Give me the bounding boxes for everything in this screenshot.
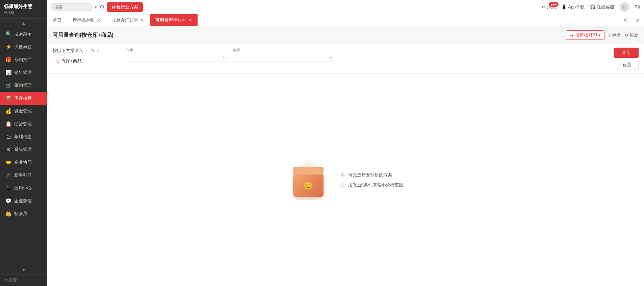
sidebar-item-label: 企业协同 bbox=[14, 159, 32, 165]
sidebar-item-marketing[interactable]: 🎁 营销推广 bbox=[0, 53, 47, 66]
sidebar-brand: 畅康通好生意 bbox=[4, 3, 43, 9]
empty-illustration: 😊 bbox=[288, 160, 329, 200]
sidebar-item-label: 应用中心 bbox=[14, 185, 32, 191]
sidebar-item-enterprise[interactable]: 🤝 企业协同 bbox=[0, 156, 47, 169]
gift-icon: 🎁 bbox=[5, 57, 11, 63]
sidebar-header: 畅康通好生意 标准版 bbox=[0, 0, 47, 19]
filter-settings-btn[interactable]: 设置 bbox=[616, 60, 639, 70]
warehouse-input[interactable] bbox=[126, 55, 222, 60]
sidebar-item-inventory[interactable]: 📦 库存核算 bbox=[0, 92, 47, 105]
page-content: 可用量查询(按仓库+商品) 🖨 按模板打印 ▾ ↑ 导出 ↺ 刷新 bbox=[47, 26, 644, 286]
sidebar-item-label: 基础信息 bbox=[14, 134, 32, 140]
sidebar-item-label: 采购管理 bbox=[14, 82, 32, 88]
finance-icon: 💰 bbox=[5, 108, 11, 114]
message-btn[interactable]: ✉ 消息 99+ bbox=[542, 4, 556, 10]
export-label: 导出 bbox=[612, 32, 621, 38]
refresh-btn[interactable]: ↺ 刷新 bbox=[625, 32, 639, 38]
tab-close-icon[interactable]: ✕ bbox=[140, 18, 144, 23]
sidebar-item-search[interactable]: 🔍 搜索菜单 bbox=[0, 28, 47, 41]
filter-field-product: 商品 ··· bbox=[232, 48, 334, 61]
product-more-btn[interactable]: ··· bbox=[330, 54, 334, 60]
sidebar-item-label: 快捷导航 bbox=[14, 44, 32, 50]
sidebar: 畅康通好生意 标准版 ▲ 🔍 搜索菜单 ⚡ 快捷导航 🎁 营销推广 📊 销售管理… bbox=[0, 0, 47, 286]
chevron-down-icon: ▾ bbox=[598, 33, 601, 38]
page-header: 可用量查询(按仓库+商品) 🖨 按模板打印 ▾ ↑ 导出 ↺ 刷新 bbox=[47, 26, 644, 44]
product-field-label: 商品 bbox=[232, 48, 334, 53]
tab-home[interactable]: 首页 bbox=[47, 14, 67, 26]
window-expand-btn[interactable]: ⤢ bbox=[632, 14, 644, 26]
sidebar-item-operation[interactable]: 📋 经营管理 bbox=[0, 118, 47, 130]
top-header: ▾ ⚙ 体验行业方案 ✉ 消息 99+ 📱 App下载 🎧 在线客服 R Rit bbox=[47, 0, 644, 14]
sidebar-item-label: 企业微信 bbox=[14, 198, 32, 204]
collapse-btn[interactable]: « bbox=[96, 48, 99, 53]
sidebar-item-finance[interactable]: 💰 资金管理 bbox=[0, 105, 47, 118]
sidebar-item-label: 系统管理 bbox=[14, 147, 32, 153]
sidebar-item-sales[interactable]: 📊 销售管理 bbox=[0, 66, 47, 79]
filter-row: 仓库 ··· 商品 ··· bbox=[126, 48, 608, 61]
gear-icon[interactable]: ⚙ bbox=[100, 4, 104, 10]
inventory-icon: 📦 bbox=[5, 95, 11, 101]
online-service-btn[interactable]: 🎧 在线客服 bbox=[590, 4, 614, 10]
scheme-label: 仓库+商品 bbox=[61, 58, 82, 64]
tab-batch-ledger[interactable]: 库存批次账 ✕ bbox=[67, 14, 106, 26]
refresh-label: 刷新 bbox=[630, 32, 639, 38]
app-download-btn[interactable]: 📱 App下载 bbox=[561, 4, 585, 10]
filter-fields: 仓库 ··· 商品 ··· bbox=[120, 48, 614, 61]
empty-tip-1: 1 请先选择要分析的方案 bbox=[339, 172, 403, 178]
empty-state: 😊 1 请先选择要分析的方案 2 用[过滤]条件来缩小分析范围 bbox=[47, 74, 644, 286]
search-icon: 🔍 bbox=[5, 31, 11, 37]
scheme-item-warehouse-product[interactable]: ◎ 仓库+商品 bbox=[53, 56, 116, 66]
search-input[interactable] bbox=[51, 3, 92, 11]
basic-icon: 🗂 bbox=[5, 134, 11, 140]
tip-num-1: 1 bbox=[339, 172, 345, 178]
tab-close-icon[interactable]: ✕ bbox=[97, 18, 101, 23]
template-print-btn[interactable]: 🖨 按模板打印 ▾ bbox=[566, 30, 604, 40]
warehouse-more-btn[interactable]: ··· bbox=[223, 54, 227, 60]
window-close-btn[interactable]: ✕ bbox=[619, 14, 632, 26]
sidebar-item-shortcut[interactable]: ⚡ 快捷导航 bbox=[0, 41, 47, 53]
tab-close-icon[interactable]: ✕ bbox=[188, 18, 192, 23]
page-header-actions: 🖨 按模板打印 ▾ ↑ 导出 ↺ 刷新 bbox=[566, 30, 639, 40]
guide-icon: 🎓 bbox=[5, 172, 11, 178]
scheme-settings-btn[interactable]: ⊙ bbox=[90, 48, 94, 53]
system-icon: ⚙ bbox=[5, 147, 11, 153]
sidebar-scroll-down[interactable]: ▼ bbox=[0, 265, 47, 275]
member-icon: 👑 bbox=[5, 211, 11, 217]
message-icon: ✉ bbox=[542, 4, 546, 9]
export-btn[interactable]: ↑ 导出 bbox=[609, 32, 621, 38]
product-field-input-wrapper: ··· bbox=[232, 54, 334, 61]
product-input[interactable] bbox=[232, 55, 328, 60]
sidebar-item-label: 库存核算 bbox=[14, 95, 32, 101]
filter-scheme-section: 按以下方案查询 + ⊙ « ◎ 仓库+商品 bbox=[53, 48, 120, 66]
sidebar-item-basic[interactable]: 🗂 基础信息 bbox=[0, 130, 47, 143]
shortcut-icon: ⚡ bbox=[5, 44, 11, 50]
sidebar-settings[interactable]: ⚙ 设置 bbox=[0, 275, 47, 286]
add-scheme-btn[interactable]: + bbox=[85, 48, 88, 53]
sidebar-item-system[interactable]: ⚙ 系统管理 bbox=[0, 143, 47, 156]
sidebar-scroll-up[interactable]: ▲ bbox=[0, 19, 47, 28]
print-icon: 🖨 bbox=[569, 33, 574, 38]
username[interactable]: Rit bbox=[635, 4, 640, 9]
tab-label: 收发存汇总表 bbox=[112, 17, 138, 23]
industry-btn[interactable]: 体验行业方案 bbox=[107, 2, 143, 12]
empty-tips: 1 请先选择要分析的方案 2 用[过滤]条件来缩小分析范围 bbox=[339, 172, 403, 188]
sidebar-item-appstore[interactable]: 📱 应用中心 bbox=[0, 182, 47, 194]
sidebar-item-wechat[interactable]: 💬 企业微信 bbox=[0, 194, 47, 207]
empty-tip-2: 2 用[过滤]条件来缩小分析范围 bbox=[339, 182, 403, 188]
warehouse-field-input-wrapper: ··· bbox=[126, 54, 227, 61]
breadcrumb-chevron-icon[interactable]: ▾ bbox=[95, 4, 97, 10]
headset-icon: 🎧 bbox=[590, 4, 595, 9]
tab-available-ledger[interactable]: 可用量库存账本 ✕ bbox=[150, 14, 198, 26]
sidebar-item-member[interactable]: 👑 畅会员 bbox=[0, 207, 47, 220]
purchase-icon: 🛒 bbox=[5, 82, 11, 88]
sidebar-item-purchase[interactable]: 🛒 采购管理 bbox=[0, 79, 47, 92]
tip-num-2: 2 bbox=[339, 182, 345, 188]
tab-receive-summary[interactable]: 收发存汇总表 ✕ bbox=[106, 14, 150, 26]
tip-text-2: 用[过滤]条件来缩小分析范围 bbox=[348, 182, 403, 188]
main-area: ▾ ⚙ 体验行业方案 ✉ 消息 99+ 📱 App下载 🎧 在线客服 R Rit… bbox=[47, 0, 644, 286]
query-btn[interactable]: 查询 bbox=[614, 48, 639, 58]
sidebar-item-guide[interactable]: 🎓 新手引导 bbox=[0, 169, 47, 182]
filter-field-warehouse: 仓库 ··· bbox=[126, 48, 227, 61]
message-badge: 99+ bbox=[549, 2, 559, 7]
sales-icon: 📊 bbox=[5, 70, 11, 76]
